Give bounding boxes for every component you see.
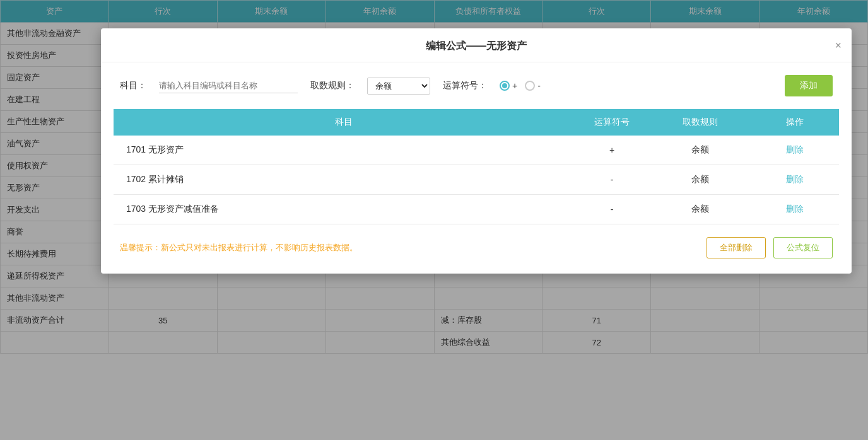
- th-operator: 运算符号: [574, 109, 650, 136]
- operator-group: + -: [500, 81, 541, 91]
- modal-footer: 温馨提示：新公式只对未出报表进行计算，不影响历史报表数据。 全部删除 公式复位: [101, 224, 852, 274]
- row-subject-1: 1702 累计摊销: [114, 165, 574, 195]
- rule-select-wrap: 余额 借方 贷方 借方累计 贷方累计: [367, 78, 430, 95]
- rule-label: 取数规则：: [310, 80, 355, 91]
- tip-text: 温馨提示：新公式只对未出报表进行计算，不影响历史报表数据。: [120, 242, 358, 253]
- edit-formula-modal: 编辑公式——无形资产 × 科目： 取数规则： 余额 借方 贷方 借方累计 贷方累…: [101, 28, 852, 274]
- table-header-row: 科目 运算符号 取数规则 操作: [114, 109, 839, 136]
- operator-label: 运算符号：: [443, 80, 487, 91]
- operator-plus-label: +: [512, 81, 517, 91]
- footer-buttons: 全部删除 公式复位: [707, 237, 833, 258]
- th-subject: 科目: [114, 109, 574, 136]
- operator-plus-radio[interactable]: +: [500, 81, 517, 91]
- operator-plus-circle: [500, 81, 510, 91]
- row-rule-1: 余额: [650, 165, 751, 195]
- modal-header: 编辑公式——无形资产 ×: [101, 28, 852, 62]
- delete-button-0[interactable]: 删除: [786, 144, 804, 154]
- row-action-1: 删除: [751, 165, 839, 195]
- formula-table-wrap: 科目 运算符号 取数规则 操作 1701 无形资产+余额删除1702 累计摊销-…: [101, 109, 852, 224]
- th-rule: 取数规则: [650, 109, 751, 136]
- delete-all-button[interactable]: 全部删除: [707, 237, 766, 258]
- row-action-0: 删除: [751, 136, 839, 165]
- modal-close-button[interactable]: ×: [835, 40, 842, 51]
- row-operator-0: +: [574, 136, 650, 165]
- rule-select[interactable]: 余额 借方 贷方 借方累计 贷方累计: [367, 78, 430, 95]
- row-operator-2: -: [574, 195, 650, 224]
- row-action-2: 删除: [751, 195, 839, 224]
- operator-minus-label: -: [537, 81, 541, 91]
- table-row: 1701 无形资产+余额删除: [114, 136, 839, 165]
- table-row: 1702 累计摊销-余额删除: [114, 165, 839, 195]
- modal-title: 编辑公式——无形资产: [426, 40, 527, 53]
- th-action: 操作: [751, 109, 839, 136]
- delete-button-1[interactable]: 删除: [786, 174, 804, 184]
- delete-button-2[interactable]: 删除: [786, 204, 804, 214]
- row-rule-0: 余额: [650, 136, 751, 165]
- table-row: 1703 无形资产减值准备-余额删除: [114, 195, 839, 224]
- operator-minus-circle: [525, 81, 535, 91]
- row-subject-0: 1701 无形资产: [114, 136, 574, 165]
- row-operator-1: -: [574, 165, 650, 195]
- formula-table: 科目 运算符号 取数规则 操作 1701 无形资产+余额删除1702 累计摊销-…: [114, 109, 839, 224]
- subject-label: 科目：: [120, 80, 146, 91]
- row-subject-2: 1703 无形资产减值准备: [114, 195, 574, 224]
- formula-form: 科目： 取数规则： 余额 借方 贷方 借方累计 贷方累计 运算符号： + - 添…: [101, 62, 852, 109]
- operator-minus-radio[interactable]: -: [525, 81, 541, 91]
- subject-input[interactable]: [159, 78, 298, 93]
- reset-formula-button[interactable]: 公式复位: [773, 237, 833, 258]
- add-button[interactable]: 添加: [785, 75, 833, 96]
- row-rule-2: 余额: [650, 195, 751, 224]
